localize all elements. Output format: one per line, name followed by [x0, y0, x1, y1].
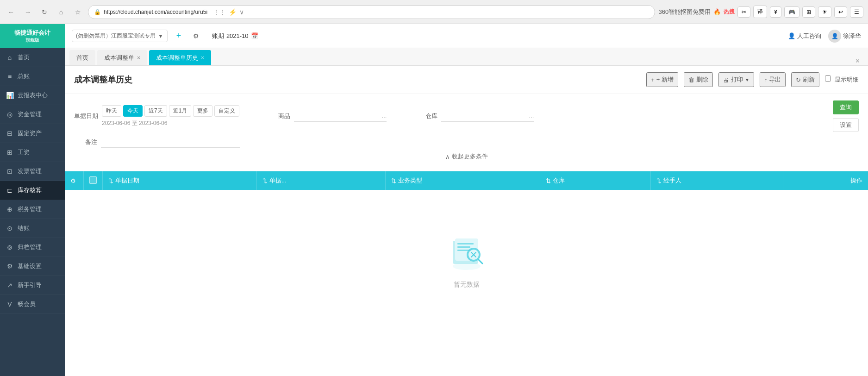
date-btn-today[interactable]: 今天: [123, 105, 143, 117]
table-header: ⚙ ⇅ 单据日期: [65, 171, 868, 190]
sidebar-item-home[interactable]: ⌂ 首页: [0, 48, 65, 67]
tab-home[interactable]: 首页: [69, 50, 95, 65]
sidebar-item-settle[interactable]: ⊙ 结账: [0, 219, 65, 238]
th-handler-label: 经手人: [663, 176, 681, 185]
forward-button[interactable]: →: [21, 6, 34, 19]
th-date[interactable]: ⇅ 单据日期: [102, 171, 256, 190]
filter-date: 单据日期 昨天 今天 近7天 近1月 更多 自定义 2023-06-06 至 2…: [74, 105, 239, 127]
scissors-button[interactable]: ✂: [737, 6, 750, 18]
top-bar: (勿删勿禁用）江西服宝测试专用 ▼ + ⚙ 账期 2021-10 📅 👤 人工咨…: [65, 24, 868, 48]
export-label: 导出: [769, 75, 781, 84]
new-button[interactable]: + + 新增: [646, 72, 678, 87]
delete-button[interactable]: 🗑 删除: [684, 72, 713, 87]
export-button[interactable]: ↑ 导出: [760, 72, 786, 87]
hot-search-text: 热搜: [724, 8, 735, 16]
refresh-button[interactable]: ↻ 刷新: [791, 72, 819, 87]
settle-icon: ⊙: [6, 225, 14, 232]
funds-icon: ◎: [6, 111, 14, 118]
sidebar-item-tax[interactable]: ⊕ 税务管理: [0, 200, 65, 219]
sidebar-item-ledger[interactable]: ≡ 总账: [0, 67, 65, 86]
home-button[interactable]: ⌂: [55, 6, 68, 19]
undo-button[interactable]: ↩: [834, 6, 847, 18]
sort-warehouse-icon: ⇅: [546, 177, 551, 184]
consult-icon: 👤: [788, 32, 795, 39]
th-checkbox[interactable]: [83, 171, 102, 190]
date-btn-custom[interactable]: 自定义: [214, 105, 239, 117]
avatar-icon: 👤: [831, 33, 838, 39]
sidebar-item-settings[interactable]: ⚙ 基础设置: [0, 257, 65, 276]
sun-button[interactable]: ☀: [818, 6, 831, 18]
print-icon: 🖨: [723, 76, 729, 83]
product-filter-label: 商品: [267, 112, 290, 120]
translate-button[interactable]: 译: [753, 6, 767, 18]
tab-cost-adjust-history-label: 成本调整单历史: [156, 54, 198, 62]
new-icon: +: [651, 76, 655, 83]
show-columns-checkbox-label: 显示明细: [825, 75, 859, 84]
tab-cost-adjust-history-close[interactable]: ×: [201, 55, 204, 61]
new-label: + 新增: [656, 75, 674, 84]
sidebar-item-reports[interactable]: 📊 云报表中心: [0, 86, 65, 105]
sidebar-item-archive[interactable]: ⊚ 归档管理: [0, 238, 65, 257]
sidebar-item-invoice[interactable]: ⊡ 发票管理: [0, 162, 65, 181]
collapse-button[interactable]: ∧ 收起更多条件: [445, 152, 488, 161]
sidebar-label-fixed: 固定资产: [18, 129, 42, 138]
date-btn-1month[interactable]: 近1月: [169, 105, 192, 117]
th-warehouse[interactable]: ⇅ 仓库: [540, 171, 650, 190]
back-button[interactable]: ←: [5, 6, 18, 19]
game-button[interactable]: 🎮: [784, 6, 799, 18]
menu-button[interactable]: ☰: [850, 6, 863, 18]
tab-cost-adjust[interactable]: 成本调整单 ×: [97, 50, 147, 65]
print-button[interactable]: 🖨 打印 ▼: [718, 72, 754, 87]
date-btn-7days[interactable]: 近7天: [144, 105, 167, 117]
wallet-button[interactable]: ¥: [770, 6, 781, 18]
th-number[interactable]: ⇅ 单据...: [256, 171, 386, 190]
sidebar-item-funds[interactable]: ◎ 资金管理: [0, 105, 65, 124]
sidebar-label-vip: 畅会员: [18, 300, 36, 308]
date-btn-yesterday[interactable]: 昨天: [102, 105, 121, 117]
table-container: ⚙ ⇅ 单据日期: [65, 171, 868, 326]
header-checkbox[interactable]: [89, 176, 97, 184]
apps-button[interactable]: ⊞: [802, 6, 815, 18]
bookmark-button[interactable]: ☆: [71, 6, 84, 19]
company-settings-button[interactable]: ⚙: [190, 30, 203, 43]
reload-button[interactable]: ↻: [38, 6, 51, 19]
svg-rect-3: [457, 243, 474, 244]
warehouse-filter-label: 仓库: [414, 112, 437, 120]
th-gear[interactable]: ⚙: [65, 171, 83, 190]
th-type[interactable]: ⇅ 业务类型: [386, 171, 540, 190]
consult-button[interactable]: 👤 人工咨询: [788, 32, 821, 40]
filter-area: 单据日期 昨天 今天 近7天 近1月 更多 自定义 2023-06-06 至 2…: [65, 94, 868, 171]
user-button[interactable]: 👤 徐泽华: [828, 30, 861, 43]
warehouse-select[interactable]: ...: [441, 111, 534, 122]
empty-text: 暂无数据: [454, 281, 480, 289]
sidebar-label-wages: 工资: [18, 148, 30, 157]
query-button[interactable]: 查询: [833, 100, 859, 114]
consult-label: 人工咨询: [797, 32, 821, 40]
company-select[interactable]: (勿删勿禁用）江西服宝测试专用 ▼: [72, 30, 168, 42]
close-all-tabs-button[interactable]: ×: [852, 57, 863, 65]
product-select[interactable]: ...: [294, 111, 387, 122]
app-container: 畅捷通好会计 旗舰版 ⌂ 首页 ≡ 总账 📊 云报表中心 ◎ 资金管理 ⊟ 固定: [0, 24, 868, 376]
th-warehouse-label: 仓库: [553, 176, 565, 185]
sidebar-item-wages[interactable]: ⊞ 工资: [0, 143, 65, 162]
address-bar[interactable]: 🔒 https://cloud.chanjet.com/accounting/u…: [88, 5, 655, 19]
sidebar-item-inventory[interactable]: ⊏ 库存核算: [0, 181, 65, 200]
add-company-button[interactable]: +: [172, 30, 185, 43]
th-handler[interactable]: ⇅ 经手人: [651, 171, 783, 190]
sidebar-item-vip[interactable]: V 畅会员: [0, 295, 65, 314]
vip-icon: V: [6, 301, 14, 308]
th-number-label: 单据...: [269, 176, 287, 185]
sidebar-item-fixed[interactable]: ⊟ 固定资产: [0, 124, 65, 143]
show-columns-checkbox[interactable]: [825, 75, 831, 81]
filter-warehouse: 仓库 ...: [414, 111, 534, 122]
remark-input[interactable]: [101, 137, 240, 148]
sidebar-label-settle: 结账: [18, 224, 30, 232]
svg-line-8: [479, 260, 482, 263]
sidebar-item-guide[interactable]: ↗ 新手引导: [0, 276, 65, 295]
th-date-label: 单据日期: [115, 176, 139, 185]
tab-cost-adjust-history[interactable]: 成本调整单历史 ×: [149, 50, 211, 65]
period-info: 账期 2021-10 📅: [212, 32, 258, 40]
settings-button[interactable]: 设置: [833, 118, 859, 132]
date-btn-more[interactable]: 更多: [193, 105, 212, 117]
tab-cost-adjust-close[interactable]: ×: [137, 55, 140, 61]
